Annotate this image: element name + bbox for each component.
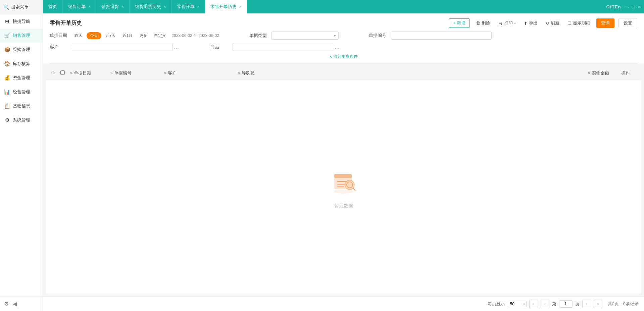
- filter-section-customer: 客户 ...: [50, 43, 180, 51]
- page-label: 页: [575, 301, 580, 307]
- product-select-icon[interactable]: ...: [333, 44, 341, 51]
- window-minimize[interactable]: —: [625, 4, 629, 9]
- tab-retail-open[interactable]: 零售开单 ×: [171, 0, 205, 13]
- refresh-button[interactable]: ↻ 刷新: [544, 19, 561, 28]
- filter-section-product: 商品 ...: [210, 43, 341, 51]
- filter-row-2: 客户 ... 商品 ...: [50, 43, 637, 51]
- add-button[interactable]: + 新增: [449, 18, 470, 28]
- prev-page-btn[interactable]: ‹: [541, 300, 549, 308]
- customer-filter-label: 客户: [50, 44, 70, 50]
- tab-sales-return-history-close[interactable]: ×: [164, 5, 166, 9]
- col-header-num[interactable]: ⇅ 单据编号: [107, 70, 161, 76]
- svg-line-8: [353, 188, 355, 190]
- tab-sales-order[interactable]: 销售订单 ×: [63, 0, 96, 13]
- product-input[interactable]: [233, 43, 333, 51]
- checkbox-display-icon: ☐: [567, 21, 572, 26]
- inventory-icon: 🏠: [4, 61, 10, 67]
- col-client-sort-icon: ⇅: [164, 71, 166, 75]
- sidebar-item-purchase-mgmt[interactable]: 📦 采购管理: [0, 43, 43, 57]
- delete-button[interactable]: 🗑 删除: [474, 19, 492, 28]
- base-info-icon: 📋: [4, 103, 10, 109]
- sidebar-item-sales-mgmt[interactable]: 🛒 销售管理: [0, 29, 43, 43]
- col-date-sort-icon: ⇅: [70, 71, 72, 75]
- tab-retail-history[interactable]: 零售开单历史 ×: [205, 0, 247, 13]
- date-custom[interactable]: 自定义: [151, 32, 169, 39]
- tab-sales-order-close[interactable]: ×: [88, 5, 90, 9]
- filter-section-date: 单据日期 昨天 今天 近7天 近1月 更多 自定义 2023-06-02 至 2…: [50, 32, 219, 39]
- page-title: 零售开单历史: [50, 20, 82, 27]
- window-maximize[interactable]: □: [632, 4, 635, 9]
- tab-retail-history-close[interactable]: ×: [239, 5, 241, 9]
- finance-icon: 💰: [4, 75, 10, 81]
- export-button[interactable]: ⬆ 导出: [522, 19, 540, 28]
- sidebar-item-inventory[interactable]: 🏠 库存核算: [0, 57, 43, 71]
- window-close[interactable]: ×: [638, 4, 641, 9]
- sidebar-item-operations[interactable]: 📊 经营管理: [0, 85, 43, 99]
- doctype-select-wrapper: [271, 32, 339, 40]
- table-settings-icon[interactable]: ⚙: [48, 70, 58, 75]
- date-filter-group: 昨天 今天 近7天 近1月 更多 自定义: [72, 32, 169, 39]
- date-yesterday[interactable]: 昨天: [72, 32, 85, 39]
- sidebar-item-finance[interactable]: 💰 资金管理: [0, 71, 43, 85]
- settings-footer-icon[interactable]: ⚙: [4, 301, 9, 307]
- page-input[interactable]: [559, 300, 573, 308]
- filter-area: 单据日期 昨天 今天 近7天 近1月 更多 自定义 2023-06-02 至 2…: [50, 32, 637, 64]
- table-area: ⚙ ⇅ 单据日期 ⇅ 单据编号 ⇅ 客户 ⇅ 导购员: [46, 67, 641, 294]
- collapse-filter-btn[interactable]: ∧ 收起更多条件: [50, 52, 637, 60]
- sidebar-item-base-info[interactable]: 📋 基础信息: [0, 99, 43, 113]
- empty-text: 暂无数据: [334, 203, 353, 209]
- display-detail-button[interactable]: ☐ 显示明细: [565, 19, 592, 28]
- first-page-btn[interactable]: «: [529, 300, 538, 308]
- product-filter-label: 商品: [210, 44, 231, 50]
- sidebar-item-label: 库存核算: [13, 61, 30, 67]
- sidebar-item-label: 基础信息: [13, 103, 30, 109]
- next-page-btn[interactable]: ›: [582, 300, 591, 308]
- collapse-sidebar-icon[interactable]: ◀: [13, 301, 17, 307]
- sidebar-item-label: 销售管理: [13, 33, 30, 39]
- date-last1m[interactable]: 近1月: [120, 32, 136, 39]
- docnum-filter-label: 单据编号: [369, 33, 389, 39]
- settings-button[interactable]: 设置: [618, 18, 637, 28]
- col-header-amount[interactable]: ⇅ 实销金额: [585, 70, 618, 76]
- sidebar-search[interactable]: 🔍 搜索采单: [0, 0, 43, 14]
- print-button[interactable]: 🖨 🖨 打印 打印 ▾: [496, 19, 518, 28]
- query-button[interactable]: 查询: [596, 18, 614, 28]
- sidebar-item-sys-mgmt[interactable]: ⚙ 系统管理: [0, 113, 43, 127]
- filter-section-docnum: 单据编号: [369, 32, 492, 40]
- sidebar: 🔍 搜索采单 ⊞ 快捷导航 🛒 销售管理 📦 采购管理 🏠 库存核算 💰 资金管…: [0, 0, 43, 311]
- tab-retail-open-close[interactable]: ×: [197, 5, 199, 9]
- pagination-info: 共0页，0条记录: [608, 301, 639, 307]
- date-range-value: 2023-06-02 至 2023-06-02: [171, 33, 219, 39]
- per-page-select[interactable]: 50 10 20 100: [508, 301, 527, 307]
- doctype-select[interactable]: [271, 32, 339, 40]
- page-title-row: 零售开单历史 + 新增 🗑 删除 🖨 🖨 打印 打印 ▾ ⬆ 导出: [50, 18, 637, 28]
- col-guide-sort-icon: ⇅: [238, 71, 240, 75]
- col-amount-sort-icon: ⇅: [588, 71, 590, 75]
- tab-sales-return-history[interactable]: 销货退货历史 ×: [130, 0, 171, 13]
- select-all-checkbox[interactable]: [60, 70, 65, 75]
- col-header-guide[interactable]: ⇅ 导购员: [235, 70, 275, 76]
- col-header-date[interactable]: ⇅ 单据日期: [67, 70, 107, 76]
- empty-svg-icon: [327, 164, 360, 198]
- tab-sales-return-close[interactable]: ×: [121, 5, 123, 9]
- customer-input[interactable]: [72, 43, 172, 51]
- col-header-client[interactable]: ⇅ 客户: [161, 70, 235, 76]
- date-today[interactable]: 今天: [87, 32, 101, 39]
- sidebar-item-label: 资金管理: [13, 75, 30, 81]
- content-area: 零售开单历史 + 新增 🗑 删除 🖨 🖨 打印 打印 ▾ ⬆ 导出: [43, 13, 644, 311]
- quick-nav-icon: ⊞: [4, 18, 10, 24]
- customer-select-icon[interactable]: ...: [172, 44, 180, 51]
- last-page-btn[interactable]: »: [594, 300, 602, 308]
- date-more[interactable]: 更多: [137, 32, 150, 39]
- nav-right-actions: OfTEn — □ ×: [606, 4, 644, 9]
- col-num-sort-icon: ⇅: [110, 71, 113, 75]
- tab-sales-return[interactable]: 销货退货 ×: [96, 0, 129, 13]
- refresh-icon: ↻: [546, 21, 549, 26]
- collapse-label: 收起更多条件: [334, 54, 358, 59]
- col-header-action: 操作: [618, 70, 639, 76]
- date-last7[interactable]: 近7天: [103, 32, 118, 39]
- table-select-all[interactable]: [58, 70, 67, 76]
- docnum-input[interactable]: [391, 32, 492, 40]
- tab-home[interactable]: 首页: [43, 0, 63, 13]
- sidebar-item-quick-nav[interactable]: ⊞ 快捷导航: [0, 14, 43, 29]
